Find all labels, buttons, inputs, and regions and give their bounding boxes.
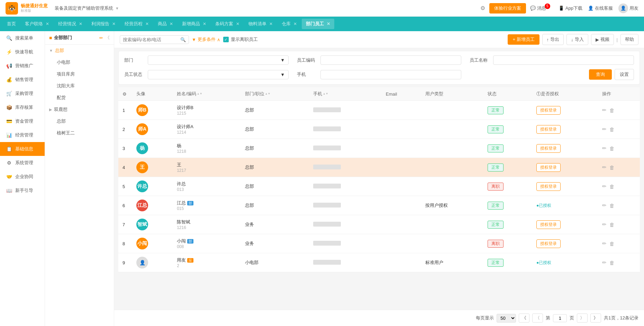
nav-purchase[interactable]: 🛒 采购管理 bbox=[0, 87, 45, 100]
dept-select[interactable]: ▼ bbox=[148, 55, 289, 65]
edit-icon[interactable]: ✏ bbox=[602, 202, 607, 209]
code-input[interactable] bbox=[320, 55, 461, 65]
add-employee-button[interactable]: + 新增员工 bbox=[508, 34, 539, 45]
export-button[interactable]: ↑ 导出 bbox=[542, 34, 564, 45]
sort-name[interactable]: 姓名/编码 ▲▼ bbox=[177, 91, 202, 97]
auth-button[interactable]: 授权登录 bbox=[536, 220, 561, 229]
auth-button[interactable]: 授权登录 bbox=[536, 106, 561, 115]
close-icon[interactable]: ✕ bbox=[145, 21, 149, 26]
col-name[interactable]: 姓名/编码 ▲▼ bbox=[173, 87, 241, 101]
table-row[interactable]: 8小闯小闯部008业务离职授权登录✏🗑 bbox=[118, 234, 640, 253]
tab-profit[interactable]: 利润报告✕ bbox=[87, 19, 120, 29]
table-row[interactable]: 2师A设计师A1214总部正常授权登录✏🗑 bbox=[118, 120, 640, 139]
edit-icon[interactable]: ✏ bbox=[602, 145, 607, 151]
nav-inventory[interactable]: 📦 库存核算 bbox=[0, 100, 45, 114]
dept-item-shenyang[interactable]: 沈阳大库 bbox=[45, 80, 114, 92]
import-button[interactable]: ↓ 导入 bbox=[566, 34, 588, 45]
tab-new-goods[interactable]: 新增商品✕ bbox=[178, 19, 210, 29]
delete-icon[interactable]: 🗑 bbox=[609, 203, 615, 209]
phone-input[interactable] bbox=[320, 70, 461, 79]
edit-icon[interactable]: ✏ bbox=[602, 240, 607, 247]
edit-icon[interactable]: ✏ bbox=[602, 259, 607, 266]
tab-customer[interactable]: 客户联络✕ bbox=[21, 19, 53, 29]
dept-item-plant[interactable]: 植树王二 bbox=[45, 127, 114, 139]
delete-icon[interactable]: 🗑 bbox=[609, 165, 615, 170]
edit-icon[interactable]: ✏ bbox=[602, 164, 607, 170]
nav-business[interactable]: 📊 经营管理 bbox=[0, 128, 45, 142]
last-page-button[interactable]: 》 bbox=[590, 314, 601, 323]
close-icon[interactable]: ✕ bbox=[170, 21, 173, 26]
table-row[interactable]: 5许总许总013总部离职授权登录✏🗑 bbox=[118, 177, 640, 196]
table-row[interactable]: 6江总江总部015总部按用户授权正常●已授权✏🗑 bbox=[118, 196, 640, 215]
close-icon[interactable]: ✕ bbox=[236, 21, 239, 26]
more-filter-button[interactable]: ▼ 更多条件 ∧ bbox=[192, 36, 220, 43]
sort-phone[interactable]: 手机 ▲▼ bbox=[313, 91, 328, 97]
edit-icon[interactable]: ✏ bbox=[602, 107, 607, 113]
dept-item-general[interactable]: 总部 bbox=[45, 115, 114, 127]
tab-employees[interactable]: 部门员工✕ bbox=[302, 19, 334, 29]
app-download-button[interactable]: 📱 App下载 bbox=[559, 5, 582, 11]
auth-button[interactable]: 授权登录 bbox=[536, 125, 561, 134]
delete-icon[interactable]: 🗑 bbox=[609, 126, 615, 132]
table-row[interactable]: 9👤用友应2小电部标准用户正常●已授权✏🗑 bbox=[118, 253, 640, 272]
col-dept[interactable]: 部门/职位 ▲▼ bbox=[241, 87, 309, 101]
nav-guide[interactable]: 📖 新手引导 bbox=[0, 184, 45, 197]
auth-button[interactable]: 授权登录 bbox=[536, 163, 561, 172]
delete-icon[interactable]: 🗑 bbox=[609, 146, 615, 151]
delete-icon[interactable]: 🗑 bbox=[609, 184, 615, 190]
set-button[interactable]: 设置 bbox=[615, 69, 634, 80]
table-row[interactable]: 1师B设计师B1215总部正常授权登录✏🗑 bbox=[118, 101, 640, 120]
delete-icon[interactable]: 🗑 bbox=[609, 222, 615, 228]
edit-icon[interactable]: ✏ bbox=[602, 183, 607, 190]
nav-collab[interactable]: 🤝 企业协同 bbox=[0, 170, 45, 184]
tab-operation[interactable]: 经营情况✕ bbox=[54, 19, 87, 29]
trial-button[interactable]: 体验行业方案 bbox=[489, 3, 526, 14]
next-page-button[interactable]: 〉 bbox=[577, 314, 588, 323]
close-icon[interactable]: ✕ bbox=[112, 21, 116, 26]
auth-button[interactable]: 授权登录 bbox=[536, 144, 561, 153]
close-icon[interactable]: ✕ bbox=[293, 21, 297, 26]
edit-icon[interactable]: ✏ bbox=[602, 221, 607, 228]
dept-item-double[interactable]: ▶ 双鹿想 bbox=[45, 104, 114, 115]
col-setting[interactable]: ⚙ bbox=[118, 87, 132, 101]
close-icon[interactable]: ✕ bbox=[203, 21, 206, 26]
status-select[interactable]: ▼ bbox=[148, 70, 289, 79]
tab-warehouse[interactable]: 仓库✕ bbox=[278, 19, 301, 29]
dept-item-small-elec[interactable]: 小电部 bbox=[45, 56, 114, 68]
tab-barcode[interactable]: 条码方案✕ bbox=[211, 19, 244, 29]
page-number-input[interactable] bbox=[553, 314, 567, 322]
nav-system[interactable]: ⚙ 系统管理 bbox=[0, 156, 45, 170]
name-input[interactable] bbox=[493, 55, 634, 65]
tab-home[interactable]: 首页 bbox=[3, 19, 20, 29]
auth-button[interactable]: 授权登录 bbox=[536, 239, 561, 248]
tab-bom[interactable]: 物料清单✕ bbox=[244, 19, 277, 29]
search-input[interactable] bbox=[123, 37, 178, 42]
nav-basic[interactable]: 📋 基础信息 bbox=[0, 142, 45, 156]
prev-page-button[interactable]: 〈 bbox=[532, 314, 543, 323]
tab-history[interactable]: 经营历程✕ bbox=[120, 19, 153, 29]
show-resigned-toggle[interactable]: ✓ 显示离职员工 bbox=[223, 36, 258, 43]
close-icon[interactable]: ✕ bbox=[46, 21, 49, 26]
delete-icon[interactable]: 🗑 bbox=[609, 260, 615, 266]
message-button[interactable]: 💬 消息 5 bbox=[530, 5, 553, 11]
nav-quick[interactable]: ⚡ 快速导航 bbox=[0, 45, 45, 59]
gear-icon[interactable]: ⚙ bbox=[480, 5, 485, 11]
nav-marketing[interactable]: 📢 营销推广 bbox=[0, 59, 45, 73]
sort-dept[interactable]: 部门/职位 ▲▼ bbox=[245, 91, 270, 97]
user-menu[interactable]: 👤 用友 bbox=[618, 3, 638, 13]
dept-edit-icon[interactable]: ✏ bbox=[99, 35, 103, 41]
table-row[interactable]: 4王王1217总部正常授权登录✏🗑 bbox=[118, 158, 640, 177]
delete-icon[interactable]: 🗑 bbox=[609, 107, 615, 113]
online-service-button[interactable]: 👤 在线客服 bbox=[588, 5, 613, 11]
help-button[interactable]: 帮助 bbox=[620, 34, 638, 45]
col-phone[interactable]: 手机 ▲▼ bbox=[309, 87, 382, 101]
per-page-select[interactable]: 50 100 bbox=[497, 314, 516, 323]
first-page-button[interactable]: 《 bbox=[519, 314, 529, 323]
edit-icon[interactable]: ✏ bbox=[602, 126, 607, 132]
dropdown-arrow-icon[interactable]: ▼ bbox=[115, 6, 119, 10]
close-icon[interactable]: ✕ bbox=[79, 21, 82, 26]
dept-collapse-icon[interactable]: 《 bbox=[105, 35, 110, 41]
nav-sales[interactable]: 💰 销售管理 bbox=[0, 73, 45, 87]
close-icon[interactable]: ✕ bbox=[327, 21, 330, 26]
tab-goods[interactable]: 商品✕ bbox=[154, 19, 177, 29]
